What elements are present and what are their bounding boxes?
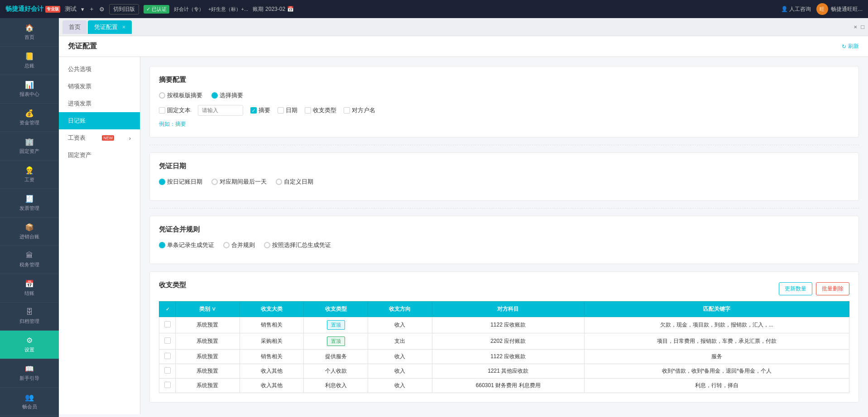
row-type: 提供服务 xyxy=(304,350,368,364)
page-header: 凭证配置 ↻ 刷新 xyxy=(59,36,868,57)
batch-delete-btn[interactable]: 批量删除 xyxy=(816,282,849,295)
left-nav-journal[interactable]: 日记账 xyxy=(59,112,140,129)
radio-select-summary[interactable]: 选择摘要 xyxy=(211,91,243,100)
th-subject: 对方科目 xyxy=(432,302,584,317)
sidebar-item-assets[interactable]: 🏢 固定资产 xyxy=(0,132,59,161)
checkbox-fixed-text[interactable]: 固定文本 xyxy=(159,106,191,114)
sidebar-item-invoice[interactable]: 🧾 发票管理 xyxy=(0,189,59,218)
sidebar-label-invoice: 发票管理 xyxy=(19,205,39,212)
checkbox-counterparty[interactable]: 对方户名 xyxy=(344,106,375,114)
row-type: 个人收款 xyxy=(304,364,368,379)
window-maximize-btn[interactable]: □ xyxy=(861,24,864,30)
left-nav-sales-invoice[interactable]: 销项发票 xyxy=(59,78,140,95)
sidebar-label-purchase: 进销台账 xyxy=(19,233,39,240)
row-keywords: 欠款，现金，项目款，到款，报销款，汇入，... xyxy=(584,317,849,333)
sidebar-label-assets: 固定资产 xyxy=(19,148,39,155)
sidebar-item-member[interactable]: 👥 畅会员 xyxy=(0,388,59,416)
sidebar-item-funds[interactable]: 💰 资金管理 xyxy=(0,104,59,132)
row-category: 系统预置 xyxy=(176,317,240,333)
row-keywords: 收到*借款，收到*备用金，退回*备用金，个人 xyxy=(584,364,849,379)
salary-icon: 👷 xyxy=(25,166,34,175)
sidebar-item-salary[interactable]: 👷 工资 xyxy=(0,161,59,189)
sidebar-item-ledger[interactable]: 📒 总账 xyxy=(0,47,59,75)
sidebar-item-archive[interactable]: 🗄 归档管理 xyxy=(0,303,59,331)
tab-voucher-config[interactable]: 凭证配置 × xyxy=(88,20,132,34)
type-tag: 置顶 xyxy=(327,336,345,346)
merge-section: 凭证合并规则 单条记录生成凭证 合并规则 xyxy=(149,216,859,264)
radio-summary-generate[interactable]: 按照选择汇总生成凭证 xyxy=(264,241,331,249)
switch-version-btn[interactable]: 切到旧版 xyxy=(109,4,139,14)
row-checkbox-4[interactable] xyxy=(164,382,171,388)
row-checkbox-0[interactable] xyxy=(164,321,171,327)
fixed-text-input[interactable] xyxy=(198,105,243,116)
radio-merge-rule[interactable]: 合并规则 xyxy=(223,241,255,249)
row-major: 收入其他 xyxy=(240,379,304,393)
table-row: 系统预置采购相关置顶支出2202 应付账款项目，日常费用，报销款，车费，承兑汇票… xyxy=(159,333,849,350)
checkbox-date[interactable]: 日期 xyxy=(278,106,297,114)
radio-period-last[interactable]: 对应期间最后一天 xyxy=(211,178,267,186)
radio-circle-select xyxy=(211,92,218,99)
left-nav-public[interactable]: 公共选项 xyxy=(59,61,140,78)
window-close-btn[interactable]: × xyxy=(854,24,858,30)
left-nav-fixed-assets[interactable]: 固定资产 xyxy=(59,147,140,164)
tab-home[interactable]: 首页 xyxy=(62,20,87,34)
th-checkbox[interactable]: ✓ xyxy=(159,302,176,317)
checkbox-abstract[interactable]: ✓ 摘要 xyxy=(250,106,270,114)
checkbox-income-type[interactable]: 收支类型 xyxy=(305,106,336,114)
row-checkbox-cell[interactable] xyxy=(159,379,176,393)
sidebar-item-tax[interactable]: 🏛 税务管理 xyxy=(0,246,59,274)
sidebar-item-reports[interactable]: 📊 报表中心 xyxy=(0,75,59,104)
chevron-down-icon: › xyxy=(129,135,131,142)
example-text: 例如：摘要 xyxy=(159,120,849,128)
company-dropdown[interactable]: ▾ xyxy=(81,6,84,13)
sidebar-label-funds: 资金管理 xyxy=(19,119,39,126)
table-header-row: 收支类型 更新数量 批量删除 xyxy=(159,281,849,297)
sidebar-item-settings[interactable]: ⚙ 设置 xyxy=(0,331,59,359)
funds-icon: 💰 xyxy=(25,109,34,118)
row-category: 系统预置 xyxy=(176,364,240,379)
extra-tags: +好生意（标）+... xyxy=(208,6,248,13)
row-checkbox-cell[interactable] xyxy=(159,350,176,364)
radio-single-record[interactable]: 单条记录生成凭证 xyxy=(159,241,214,249)
row-checkbox-1[interactable] xyxy=(164,337,171,344)
sidebar-item-close[interactable]: 📅 结账 xyxy=(0,274,59,303)
consult-btn[interactable]: 👤 人工咨询 xyxy=(781,5,811,13)
row-checkbox-2[interactable] xyxy=(164,353,171,359)
tab-close-icon[interactable]: × xyxy=(122,24,126,30)
refresh-btn[interactable]: ↻ 刷新 xyxy=(842,43,859,50)
accountant-tag: 好会计（专） xyxy=(174,6,204,13)
summary-checkbox-row: 固定文本 ✓ 摘要 日期 xyxy=(159,105,849,116)
row-category: 系统预置 xyxy=(176,350,240,364)
radio-template-summary[interactable]: 按模板版摘要 xyxy=(159,91,202,100)
checkbox-box-income-type xyxy=(305,107,311,114)
topbar-gear[interactable]: ⚙ xyxy=(99,6,105,13)
radio-custom-date[interactable]: 自定义日期 xyxy=(276,178,313,186)
table-header: ✓ 类别 ∨ 收支大类 收支类型 收支方向 对方科目 匹配关键字 xyxy=(159,302,849,317)
update-count-btn[interactable]: 更新数量 xyxy=(779,282,812,295)
type-tag: 置顶 xyxy=(327,320,345,330)
member-icon: 👥 xyxy=(25,393,34,402)
row-checkbox-cell[interactable] xyxy=(159,364,176,379)
row-checkbox-cell[interactable] xyxy=(159,317,176,333)
left-nav-payroll[interactable]: 工资表 NEW › xyxy=(59,129,140,147)
row-direction: 收入 xyxy=(368,364,432,379)
new-badge: NEW xyxy=(102,135,114,141)
action-buttons: 更新数量 批量删除 xyxy=(779,282,849,295)
row-subject: 2202 应付账款 xyxy=(432,333,584,350)
income-title: 收支类型 xyxy=(159,281,186,289)
topbar-right: 👤 人工咨询 旺 畅捷通旺旺... xyxy=(781,3,863,15)
sidebar-item-guide[interactable]: 📖 新手引导 xyxy=(0,359,59,388)
sidebar-item-purchase[interactable]: 📦 进销台账 xyxy=(0,218,59,246)
settings-icon: ⚙ xyxy=(26,336,33,345)
row-checkbox-3[interactable] xyxy=(164,367,171,374)
left-nav: 公共选项 销项发票 进项发票 日记账 工资表 NEW › xyxy=(59,57,140,414)
sidebar-label-close: 结账 xyxy=(24,290,34,297)
left-nav-purchase-invoice[interactable]: 进项发票 xyxy=(59,95,140,112)
row-keywords: 利息，行转，择自 xyxy=(584,379,849,393)
inner-layout: 公共选项 销项发票 进项发票 日记账 工资表 NEW › xyxy=(59,57,868,414)
row-checkbox-cell[interactable] xyxy=(159,333,176,350)
sidebar-item-home[interactable]: 🏠 首页 xyxy=(0,18,59,47)
radio-journal-date[interactable]: 按日记账日期 xyxy=(159,178,202,186)
content-area: 首页 凭证配置 × × □ 凭证配置 ↻ 刷新 xyxy=(59,18,868,417)
topbar-plus[interactable]: ＋ xyxy=(89,5,95,13)
